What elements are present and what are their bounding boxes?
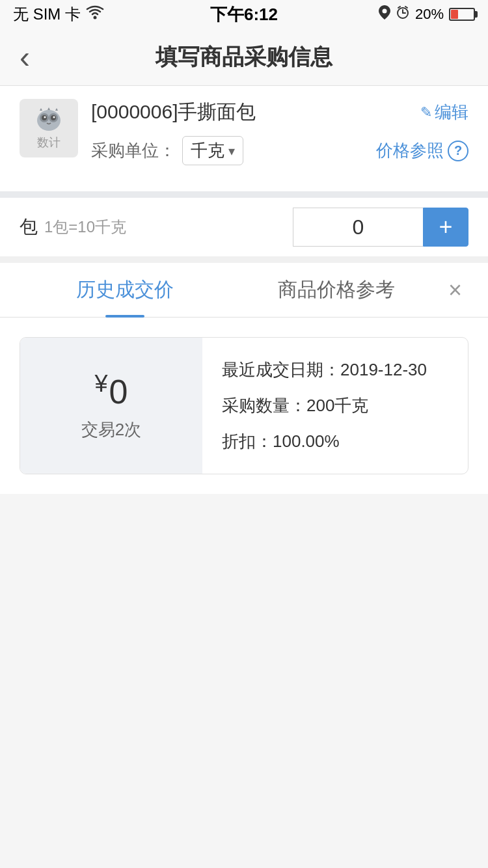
svg-line-6 — [405, 7, 407, 8]
nav-bar: ‹ 填写商品采购信息 — [0, 29, 488, 86]
svg-marker-16 — [55, 108, 58, 111]
history-card-right: 最近成交日期：2019-12-30 采购数量：200千克 折扣：100.00% — [202, 338, 468, 474]
product-unit-row: 采购单位： 千克 ▾ 价格参照 ? — [91, 136, 468, 165]
edit-button[interactable]: ✎ 编辑 — [420, 101, 468, 124]
tab-price-ref-label: 商品价格参考 — [278, 277, 395, 303]
thumbnail-text: 数计 — [37, 135, 61, 150]
svg-line-5 — [398, 7, 400, 8]
chevron-down-icon: ▾ — [228, 143, 235, 159]
nav-title: 填写商品采购信息 — [156, 42, 332, 72]
product-name: [0000006]手撕面包 — [91, 99, 256, 126]
alarm-icon — [396, 5, 410, 23]
edit-icon: ✎ — [420, 104, 432, 121]
svg-point-1 — [382, 9, 386, 14]
unit-label: 采购单位： — [91, 139, 176, 162]
tab-history-price[interactable]: 历史成交价 — [20, 263, 230, 318]
product-thumbnail: 数计 — [20, 99, 78, 157]
tab-history-price-label: 历史成交价 — [76, 277, 174, 303]
purchase-qty-item: 采购数量：200千克 — [222, 393, 448, 418]
status-bar: 无 SIM 卡 下午6:12 — [0, 0, 488, 29]
tab-active-indicator — [105, 315, 144, 318]
quantity-plus-button[interactable]: + — [423, 208, 468, 247]
svg-point-12 — [44, 116, 46, 118]
tab-section: 历史成交价 商品价格参考 × ¥0 交易2次 最近成交日期：2019-12-30 — [0, 263, 488, 494]
svg-point-0 — [94, 16, 97, 20]
carrier-text: 无 SIM 卡 — [13, 4, 81, 25]
status-time: 下午6:12 — [210, 3, 278, 26]
quantity-control: 0 + — [293, 208, 468, 247]
currency-symbol: ¥ — [95, 370, 108, 397]
history-card-left: ¥0 交易2次 — [20, 338, 202, 474]
history-card: ¥0 交易2次 最近成交日期：2019-12-30 采购数量：200千克 折扣：… — [20, 337, 468, 474]
back-button[interactable]: ‹ — [13, 33, 36, 81]
unit-select[interactable]: 千克 ▾ — [182, 136, 243, 165]
svg-marker-14 — [47, 107, 50, 110]
product-info: [0000006]手撕面包 ✎ 编辑 采购单位： 千克 ▾ 价格参照 ? — [91, 99, 468, 165]
history-content: ¥0 交易2次 最近成交日期：2019-12-30 采购数量：200千克 折扣：… — [0, 318, 488, 494]
product-name-row: [0000006]手撕面包 ✎ 编辑 — [91, 99, 468, 126]
quantity-row: 包 1包=10千克 0 + — [0, 198, 488, 256]
section-divider — [0, 191, 488, 198]
tab-close-button[interactable]: × — [442, 270, 468, 310]
product-header: 数计 [0000006]手撕面包 ✎ 编辑 采购单位： 千克 ▾ — [20, 99, 468, 165]
battery-icon — [449, 8, 475, 21]
quantity-unit-label: 包 1包=10千克 — [20, 215, 126, 239]
svg-point-13 — [53, 116, 55, 118]
main-content — [0, 494, 488, 868]
tab-bar: 历史成交价 商品价格参考 × — [0, 263, 488, 318]
discount-item: 折扣：100.00% — [222, 429, 448, 454]
qty-conversion: 1包=10千克 — [44, 217, 126, 237]
status-right: 20% — [379, 5, 475, 23]
history-trade-count: 交易2次 — [81, 418, 141, 441]
quantity-input[interactable]: 0 — [293, 208, 423, 247]
product-section: 数计 [0000006]手撕面包 ✎ 编辑 采购单位： 千克 ▾ — [0, 86, 488, 191]
status-left: 无 SIM 卡 — [13, 4, 104, 25]
history-price: ¥0 — [95, 370, 128, 411]
help-circle-icon: ? — [448, 141, 468, 161]
svg-marker-15 — [40, 108, 42, 111]
recent-date-item: 最近成交日期：2019-12-30 — [222, 357, 448, 383]
wifi-icon — [86, 5, 104, 23]
price-ref-button[interactable]: 价格参照 ? — [376, 139, 468, 162]
qty-unit-badge: 包 — [20, 215, 38, 239]
location-icon — [379, 5, 390, 23]
tab-price-ref[interactable]: 商品价格参考 — [230, 263, 441, 318]
battery-percent: 20% — [415, 6, 444, 23]
